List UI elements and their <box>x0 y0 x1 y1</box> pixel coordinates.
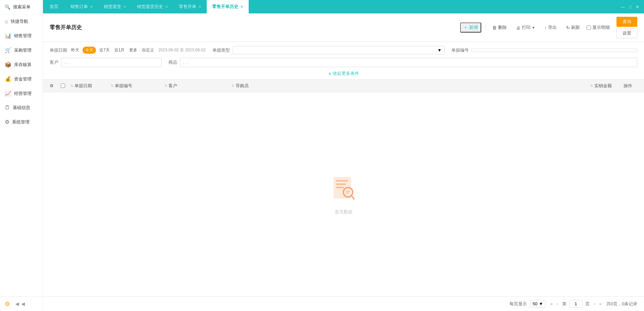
refresh-button[interactable]: ↻ 刷新 <box>563 23 583 32</box>
page-size-select[interactable]: 50 ▼ <box>530 300 545 308</box>
tab-close-icon[interactable]: ✕ <box>165 5 168 9</box>
sidebar-nav: ⌂ 快捷导航 📊 销售管理 🛒 采购管理 📦 库存核算 💰 资金管理 📈 经营管… <box>0 14 43 297</box>
print-button[interactable]: 🖨 打印 ▼ <box>513 23 538 32</box>
th-guide[interactable]: ⇅ 导购员 <box>229 83 269 89</box>
tab-close-icon[interactable]: ✕ <box>90 5 93 9</box>
tab-home[interactable]: 首页 <box>43 0 65 13</box>
first-page-button[interactable]: « <box>549 301 554 307</box>
cart-icon: 🛒 <box>5 47 11 53</box>
num-input[interactable] <box>472 49 637 52</box>
type-select[interactable]: ▼ <box>233 46 445 54</box>
add-label: 新增 <box>469 24 478 31</box>
svg-rect-3 <box>336 187 344 188</box>
th-customer[interactable]: ⇅ 客户 <box>162 83 229 89</box>
table-area: ⚙ ⇅ 单据日期 ⇅ 单据编号 ⇅ 客户 ⇅ 导购员 ⇅ <box>43 80 644 296</box>
delete-button[interactable]: 🗑 删除 <box>490 23 509 32</box>
sort-icon: ⇅ <box>590 84 593 88</box>
collapse-more[interactable]: ∧ 收起更多条件 <box>50 70 637 76</box>
date-btns: 昨天 今天 近7天 近1月 更多 自定义 <box>70 47 155 54</box>
maximize-button[interactable]: □ <box>629 4 632 9</box>
tab-sales-order[interactable]: 销售订单 ✕ <box>65 0 98 13</box>
sidebar-item-finance[interactable]: 💰 资金管理 <box>0 72 43 86</box>
collapse-sidebar-icon[interactable]: ◄◄ <box>14 301 26 308</box>
display-columns-checkbox[interactable]: 显示明细 <box>587 24 610 31</box>
tab-close-icon[interactable]: ✕ <box>240 5 243 9</box>
empty-illustration <box>329 173 359 204</box>
th-settings[interactable]: ⚙ <box>46 83 58 88</box>
date-btn-today[interactable]: 今天 <box>83 47 96 54</box>
tab-close-icon[interactable]: ✕ <box>198 5 201 9</box>
display-columns-check[interactable] <box>587 25 591 30</box>
last-page-button[interactable]: » <box>598 301 603 307</box>
main-area: 首页 销售订单 ✕ 销货退货 ✕ 销货退货历史 ✕ 零售开单 ✕ 零售开单历史 … <box>43 0 644 311</box>
tab-close-icon[interactable]: ✕ <box>123 5 126 9</box>
tab-sales-return-history[interactable]: 销货退货历史 ✕ <box>132 0 174 13</box>
home-icon: ⌂ <box>5 18 8 24</box>
filter-row-2: 客户 ... 商品 ... <box>50 58 637 67</box>
sidebar-item-base-info[interactable]: 🗒 基础信息 <box>0 101 43 115</box>
page-label: 第 <box>561 300 568 308</box>
customer-input[interactable]: ... <box>61 58 162 67</box>
sidebar-item-business[interactable]: 📈 经营管理 <box>0 86 43 101</box>
page-title: 零售开单历史 <box>50 24 82 31</box>
sidebar-search[interactable]: 🔍 搜索采单 <box>0 0 43 14</box>
th-amount-label: 实销金额 <box>594 83 612 89</box>
tab-retail-open-history-label: 零售开单历史 <box>212 4 238 10</box>
date-btn-more[interactable]: 更多 <box>128 47 139 54</box>
sort-icon: ⇅ <box>232 84 234 88</box>
delete-icon: 🗑 <box>492 25 497 30</box>
empty-state: 暂无数据 <box>43 92 644 296</box>
collapse-more-label: 收起更多条件 <box>333 70 359 76</box>
sidebar-item-purchase-mgmt[interactable]: 🛒 采购管理 <box>0 43 43 57</box>
settings-icon[interactable]: ⚙ <box>5 300 10 308</box>
tab-retail-open-history[interactable]: 零售开单历史 ✕ <box>207 0 249 13</box>
date-btn-1month[interactable]: 近1月 <box>113 47 126 54</box>
page-suffix: 页 <box>584 300 591 308</box>
th-date[interactable]: ⇅ 单据日期 <box>68 83 108 89</box>
tab-sales-return[interactable]: 销货退货 ✕ <box>98 0 132 13</box>
sort-icon: ⇅ <box>164 84 167 88</box>
date-btn-7days[interactable]: 近7天 <box>98 47 111 54</box>
add-button[interactable]: ＋ 新增 <box>460 22 481 33</box>
sidebar-item-inventory[interactable]: 📦 库存核算 <box>0 57 43 72</box>
sort-icon: ⇅ <box>70 84 73 88</box>
prev-page-button[interactable]: ‹ <box>555 301 559 307</box>
goods-input[interactable]: ... <box>180 58 637 67</box>
money-icon: 💰 <box>5 76 11 82</box>
print-icon: 🖨 <box>516 25 521 30</box>
tab-retail-open[interactable]: 零售开单 ✕ <box>174 0 207 13</box>
query-button[interactable]: 查询 <box>616 17 637 27</box>
page-size-arrow: ▼ <box>539 301 543 306</box>
th-gear-icon: ⚙ <box>50 83 54 88</box>
print-arrow-icon: ▼ <box>532 26 535 30</box>
page-nav: « ‹ 第 页 › » <box>549 300 603 308</box>
date-btn-yesterday[interactable]: 昨天 <box>70 47 81 54</box>
type-label: 单据类型 <box>212 47 230 53</box>
type-dropdown-icon: ▼ <box>437 48 442 53</box>
sidebar-item-sys-mgmt[interactable]: ⚙ 系统管理 <box>0 115 43 129</box>
filter-settings-button[interactable]: 设置 <box>616 28 637 38</box>
tab-sales-order-label: 销售订单 <box>70 4 88 10</box>
select-all-checkbox[interactable] <box>61 84 65 88</box>
sidebar-item-label: 系统管理 <box>12 119 30 125</box>
date-label: 单据日期 <box>50 47 67 53</box>
page-input[interactable] <box>569 300 583 308</box>
th-amount[interactable]: ⇅ 实销金额 <box>578 83 614 89</box>
chart-icon: 📊 <box>5 33 11 39</box>
collapse-up-icon: ∧ <box>328 71 332 76</box>
page-total: 共0页，0条记录 <box>606 301 637 307</box>
svg-rect-2 <box>336 184 346 185</box>
sidebar-item-label: 销售管理 <box>14 33 32 39</box>
close-button[interactable]: ✕ <box>636 4 639 9</box>
sidebar-item-sales-mgmt[interactable]: 📊 销售管理 <box>0 29 43 43</box>
th-checkbox[interactable] <box>58 84 68 88</box>
refresh-label: 刷新 <box>571 24 580 31</box>
th-num[interactable]: ⇅ 单据编号 <box>108 83 162 89</box>
next-page-button[interactable]: › <box>592 301 596 307</box>
sort-icon: ⇅ <box>111 84 113 88</box>
minimize-button[interactable]: — <box>621 4 625 9</box>
export-button[interactable]: ↑ 导出 <box>542 23 560 32</box>
sidebar-item-quick-nav[interactable]: ⌂ 快捷导航 <box>0 14 43 29</box>
customer-filter: 客户 ... <box>50 58 162 67</box>
date-btn-custom[interactable]: 自定义 <box>141 47 155 54</box>
